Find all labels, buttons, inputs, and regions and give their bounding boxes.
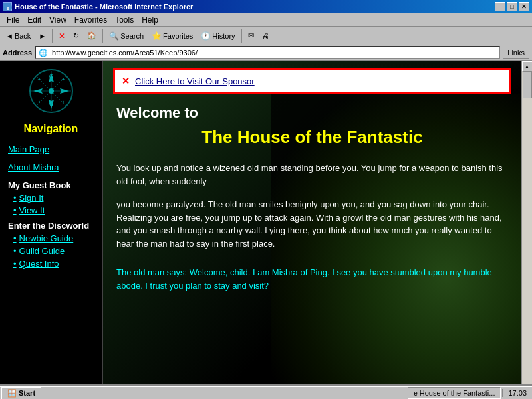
nav-newbie-guide[interactable]: • Newbie Guide bbox=[0, 232, 102, 245]
svg-text:G: G bbox=[49, 74, 53, 80]
svg-text:✦: ✦ bbox=[37, 100, 41, 105]
history-label: History bbox=[212, 32, 235, 40]
svg-text:✦: ✦ bbox=[61, 77, 65, 82]
window-controls: _ □ ✕ bbox=[495, 2, 529, 11]
nav-heading: Navigation bbox=[0, 118, 102, 140]
content-inner: ✕ Click Here to Visit Our Sponsor Welcom… bbox=[103, 68, 521, 299]
search-label: Search bbox=[120, 32, 144, 40]
search-icon: 🔍 bbox=[109, 31, 119, 41]
paragraph-1: You look up and notice a wizened old man… bbox=[116, 162, 508, 188]
home-icon: 🏠 bbox=[87, 31, 96, 40]
main-scroll-up[interactable]: ▲ bbox=[522, 61, 533, 72]
nav-view-it[interactable]: • View It bbox=[0, 204, 102, 217]
links-button[interactable]: Links bbox=[503, 47, 529, 59]
nav-discworld-heading: Enter the Discworld bbox=[0, 217, 102, 232]
nav-quest-label: Quest Info bbox=[19, 259, 59, 269]
history-icon: 🕐 bbox=[201, 31, 211, 41]
favorites-icon: ⭐ bbox=[152, 31, 162, 41]
stop-icon: ✕ bbox=[59, 31, 65, 41]
browser-body: G G ✦ ✦ ✦ ✦ Navigation Main Page About M… bbox=[0, 61, 532, 399]
main-content: ✕ Click Here to Visit Our Sponsor Welcom… bbox=[103, 61, 521, 399]
quote-text: The old man says: Welcome, child. I am M… bbox=[116, 261, 508, 292]
title-bar: e House of the Fantastic - Microsoft Int… bbox=[0, 0, 532, 13]
svg-marker-10 bbox=[33, 88, 43, 94]
minimize-button[interactable]: _ bbox=[495, 2, 505, 11]
nav-guild-guide[interactable]: • Guild Guide bbox=[0, 245, 102, 257]
back-label: Back bbox=[15, 32, 31, 40]
menu-view[interactable]: View bbox=[45, 14, 70, 26]
main-area: ✕ Click Here to Visit Our Sponsor Welcom… bbox=[103, 61, 532, 399]
search-button[interactable]: 🔍 Search bbox=[106, 29, 147, 43]
nav-link-main-page[interactable]: Main Page bbox=[0, 140, 102, 158]
start-label: Start bbox=[19, 389, 35, 397]
window-title: House of the Fantastic - Microsoft Inter… bbox=[15, 3, 193, 11]
toolbar-separator-2 bbox=[102, 29, 103, 43]
svg-text:✦: ✦ bbox=[61, 100, 65, 105]
ie-taskbar-icon: e bbox=[414, 390, 418, 397]
menu-tools[interactable]: Tools bbox=[111, 14, 138, 26]
address-input[interactable] bbox=[51, 48, 499, 57]
mail-button[interactable]: ✉ bbox=[245, 29, 257, 43]
back-button[interactable]: ◄ Back bbox=[3, 29, 34, 43]
svg-text:G: G bbox=[49, 101, 53, 107]
refresh-icon: ↻ bbox=[73, 31, 79, 40]
maximize-button[interactable]: □ bbox=[507, 2, 517, 11]
main-scrollbar: ▲ ▼ bbox=[521, 61, 532, 399]
start-button[interactable]: 🪟 Start bbox=[1, 387, 41, 400]
svg-text:✦: ✦ bbox=[37, 77, 41, 82]
close-button[interactable]: ✕ bbox=[519, 2, 529, 11]
nav-sign-it-label: Sign It bbox=[19, 193, 44, 203]
nav-newbie-label: Newbie Guide bbox=[19, 233, 74, 243]
bullet-icon: • bbox=[13, 193, 17, 203]
mail-icon: ✉ bbox=[248, 31, 254, 40]
welcome-heading: Welcome to bbox=[116, 101, 508, 122]
bullet-icon-2: • bbox=[13, 205, 17, 215]
start-icon: 🪟 bbox=[7, 389, 17, 398]
address-bar: Address 🌐 Links bbox=[0, 45, 532, 61]
nav-quest-info[interactable]: • Quest Info bbox=[0, 257, 102, 270]
favorites-button[interactable]: ⭐ Favorites bbox=[148, 29, 196, 43]
refresh-button[interactable]: ↻ bbox=[70, 29, 82, 43]
menu-help[interactable]: Help bbox=[138, 14, 162, 26]
main-scroll-thumb[interactable] bbox=[523, 72, 532, 98]
sidebar-logo: G G ✦ ✦ ✦ ✦ bbox=[0, 61, 102, 118]
svg-marker-9 bbox=[60, 88, 69, 94]
bullet-icon-5: • bbox=[13, 259, 17, 269]
nav-sign-it[interactable]: • Sign It bbox=[0, 192, 102, 204]
bullet-icon-3: • bbox=[13, 233, 17, 243]
forward-button[interactable]: ► bbox=[35, 29, 49, 43]
nav-guild-label: Guild Guide bbox=[19, 246, 65, 256]
browser-window: e House of the Fantastic - Microsoft Int… bbox=[0, 0, 532, 399]
clock: 17:03 bbox=[502, 389, 532, 397]
print-icon: 🖨 bbox=[262, 32, 269, 40]
address-input-wrap[interactable]: 🌐 bbox=[35, 46, 500, 59]
site-title: The House of the Fantastic bbox=[116, 122, 508, 154]
back-arrow-icon: ◄ bbox=[6, 32, 13, 40]
content-body: Welcome to The House of the Fantastic Yo… bbox=[103, 101, 521, 299]
menu-file[interactable]: File bbox=[3, 14, 23, 26]
main-scroll-track[interactable] bbox=[522, 72, 532, 388]
taskbar-ie-button[interactable]: e House of the Fantasti... bbox=[408, 387, 501, 399]
menu-edit[interactable]: Edit bbox=[23, 14, 45, 26]
menu-bar: File Edit View Favorites Tools Help bbox=[0, 13, 532, 27]
nav-link-about-mishra[interactable]: About Mishra bbox=[0, 158, 102, 176]
sponsor-banner[interactable]: ✕ Click Here to Visit Our Sponsor bbox=[113, 68, 511, 94]
nav-guestbook-heading: My Guest Book bbox=[0, 176, 102, 192]
content-divider bbox=[116, 156, 508, 156]
address-label: Address bbox=[3, 49, 32, 57]
stop-button[interactable]: ✕ bbox=[55, 29, 68, 43]
menu-favorites[interactable]: Favorites bbox=[70, 14, 111, 26]
taskbar: 🪟 Start e House of the Fantasti... 17:03 bbox=[0, 386, 532, 399]
print-button[interactable]: 🖨 bbox=[259, 29, 273, 43]
nav-view-it-label: View It bbox=[19, 205, 45, 215]
sponsor-text[interactable]: Click Here to Visit Our Sponsor bbox=[135, 76, 255, 86]
app-icon: e bbox=[3, 2, 12, 11]
forward-arrow-icon: ► bbox=[39, 32, 46, 40]
bullet-icon-4: • bbox=[13, 246, 17, 256]
history-button[interactable]: 🕐 History bbox=[198, 29, 238, 43]
home-button[interactable]: 🏠 bbox=[84, 29, 100, 43]
sponsor-x-icon: ✕ bbox=[122, 76, 130, 87]
toolbar-separator-3 bbox=[241, 29, 242, 43]
svg-text:e: e bbox=[7, 5, 10, 11]
paragraph-2: you become paralyzed. The old man smiles… bbox=[116, 198, 508, 250]
